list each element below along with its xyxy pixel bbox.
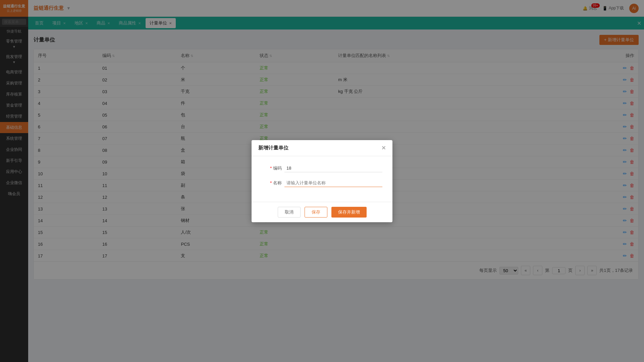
modal-footer: 取消 保存 保存并新增 <box>252 202 392 222</box>
code-label: * 编码 <box>262 165 282 171</box>
add-unit-modal: 新增计量单位 ✕ * 编码 * 名称 取消 保存 保存并新增 <box>252 140 392 222</box>
form-row-code: * 编码 <box>262 164 382 172</box>
required-star: * <box>270 166 273 171</box>
name-label: * 名称 <box>262 180 282 186</box>
modal-close-button[interactable]: ✕ <box>381 145 386 151</box>
form-row-name: * 名称 <box>262 179 382 187</box>
required-star: * <box>270 180 273 185</box>
save-button[interactable]: 保存 <box>305 207 327 218</box>
name-input[interactable] <box>284 179 382 187</box>
modal-overlay[interactable]: 新增计量单位 ✕ * 编码 * 名称 取消 保存 保存并新增 <box>0 0 644 362</box>
code-input[interactable] <box>284 164 382 172</box>
modal-body: * 编码 * 名称 <box>252 156 392 202</box>
cancel-button[interactable]: 取消 <box>278 207 301 218</box>
save-and-new-button[interactable]: 保存并新增 <box>331 207 367 218</box>
modal-title: 新增计量单位 <box>258 145 288 151</box>
modal-header: 新增计量单位 ✕ <box>252 140 392 156</box>
